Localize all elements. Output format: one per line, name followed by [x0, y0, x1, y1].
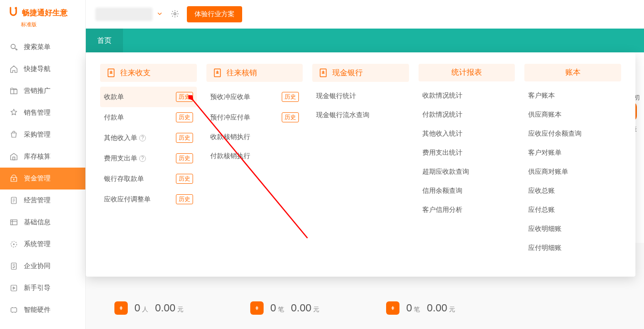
- sales-icon: [10, 109, 18, 117]
- menu-item[interactable]: 预收冲应收单历史: [206, 87, 303, 107]
- menu-item-label: 客户对账单: [528, 149, 562, 157]
- menu-item-label: 应付总账: [528, 206, 555, 214]
- history-badge[interactable]: 历史: [176, 174, 193, 184]
- sidebar-item-label: 采购管理: [24, 130, 51, 139]
- menu-item[interactable]: 费用支出统计: [419, 143, 515, 162]
- stat-amount-unit: 元: [177, 305, 184, 314]
- sidebar-item-quicknav[interactable]: 快捷导航: [0, 58, 85, 80]
- sidebar-item-label: 营销推广: [24, 87, 51, 95]
- menu-item[interactable]: 信用余额查询: [419, 181, 515, 200]
- history-badge[interactable]: 历史: [282, 92, 299, 102]
- cta-button[interactable]: 体验行业方案: [187, 6, 242, 22]
- mega-col: 现金银行现金银行统计现金银行流水查询: [312, 64, 409, 258]
- menu-item-label: 超期应收款查询: [422, 168, 469, 176]
- svg-point-1: [11, 44, 15, 49]
- sidebar-item-sales[interactable]: 销售管理: [0, 102, 85, 124]
- menu-item[interactable]: 客户信用分析: [419, 200, 515, 219]
- menu-item[interactable]: 付款核销执行: [206, 147, 303, 166]
- stat-icon: [114, 301, 128, 315]
- sidebar-item-hardware[interactable]: 智能硬件: [0, 299, 85, 321]
- sidebar-item-funds[interactable]: 资金管理: [0, 168, 85, 189]
- history-badge[interactable]: 历史: [176, 194, 193, 204]
- system-icon: [10, 240, 18, 249]
- menu-item[interactable]: 客户对账单: [524, 143, 621, 162]
- history-badge[interactable]: 历史: [176, 133, 193, 143]
- stat-count: 0: [406, 302, 412, 314]
- gear-icon[interactable]: [171, 10, 179, 20]
- stat-amount: 0.00: [155, 302, 175, 314]
- sidebar-item-system[interactable]: 系统管理: [0, 233, 85, 255]
- company-selector[interactable]: [95, 8, 163, 21]
- stat-amount: 0.00: [291, 302, 311, 314]
- mega-col-title: 往来收支: [120, 68, 151, 78]
- stat-unit: 人: [142, 305, 148, 314]
- menu-item-label: 预收冲应收单: [210, 93, 250, 101]
- menu-item-label: 应收应付调整单: [104, 195, 151, 204]
- menu-item-label: 银行存取款单: [104, 175, 144, 183]
- mega-col-header: 往来核销: [206, 64, 303, 82]
- sidebar-item-label: 智能硬件: [24, 306, 51, 314]
- mega-col-title: 统计报表: [451, 68, 482, 78]
- history-badge[interactable]: 历史: [176, 92, 193, 102]
- menu-item[interactable]: 收款情况统计: [419, 86, 515, 105]
- stat-count: 0: [270, 302, 276, 314]
- menu-item[interactable]: 付款单历史: [100, 107, 197, 128]
- tab-home[interactable]: 首页: [86, 29, 123, 52]
- sidebar-item-search[interactable]: 搜索菜单: [0, 36, 85, 58]
- menu-item[interactable]: 应收明细账: [524, 219, 621, 239]
- sidebar-item-operation[interactable]: 经营管理: [0, 189, 85, 211]
- menu-item[interactable]: 应收总账: [524, 181, 621, 200]
- menu-item-label: 费用支出单?: [104, 154, 146, 163]
- menu-item[interactable]: 超期应收款查询: [419, 162, 515, 181]
- menu-item-label: 收款单: [104, 93, 124, 101]
- help-icon[interactable]: ?: [139, 135, 146, 141]
- menu-item[interactable]: 其他收入单?历史: [100, 128, 197, 148]
- menu-item[interactable]: 费用支出单?历史: [100, 148, 197, 169]
- stats-row: 0 人 0.00 元 0 笔 0.00 元 0 笔 0.00 元: [95, 301, 630, 315]
- menu-item-label: 预付冲应付单: [210, 113, 250, 122]
- menu-item-label: 供应商账本: [528, 110, 562, 119]
- mega-col: 往来收支收款单历史付款单历史其他收入单?历史费用支出单?历史银行存取款单历史应收…: [100, 64, 197, 258]
- sidebar-item-enterprise[interactable]: 企业协同: [0, 255, 85, 277]
- purchase-icon: [10, 130, 18, 139]
- brand-name: 畅捷通好生意: [22, 8, 68, 18]
- menu-item[interactable]: 付款情况统计: [419, 105, 515, 124]
- sidebar-item-marketing[interactable]: 营销推广: [0, 80, 85, 102]
- menu-item-label: 现金银行流水查询: [316, 111, 369, 120]
- menu-item[interactable]: 银行存取款单历史: [100, 169, 197, 189]
- menu-item[interactable]: 现金银行流水查询: [312, 106, 409, 125]
- history-badge[interactable]: 历史: [282, 112, 299, 122]
- menu-item-label: 现金银行统计: [316, 92, 356, 100]
- sidebar-item-inventory[interactable]: 库存核算: [0, 146, 85, 168]
- menu-item[interactable]: 现金银行统计: [312, 87, 409, 106]
- stat-amount-unit: 元: [449, 305, 455, 314]
- menu-item[interactable]: 客户账本: [524, 86, 621, 105]
- menu-item[interactable]: 收款单历史: [100, 87, 197, 107]
- menu-item[interactable]: 应付明细账: [524, 239, 621, 258]
- inventory-icon: [10, 152, 18, 161]
- edition-badge: 标准版: [21, 21, 78, 28]
- menu-item[interactable]: 应付总账: [524, 200, 621, 219]
- svg-rect-5: [10, 220, 17, 225]
- sidebar-item-label: 库存核算: [24, 152, 51, 161]
- menu-item[interactable]: 应收应付调整单历史: [100, 189, 197, 209]
- history-badge[interactable]: 历史: [176, 112, 193, 122]
- menu-item[interactable]: 其他收入统计: [419, 124, 515, 143]
- stat-icon: [250, 301, 264, 315]
- sidebar-item-basic[interactable]: 基础信息: [0, 211, 85, 233]
- sidebar-item-purchase[interactable]: 采购管理: [0, 124, 85, 146]
- sidebar-item-newbie[interactable]: 新手引导: [0, 277, 85, 299]
- history-badge[interactable]: 历史: [176, 153, 193, 163]
- menu-item[interactable]: 应收应付余额查询: [524, 124, 621, 143]
- operation-icon: [10, 196, 18, 205]
- topbar: 体验行业方案: [86, 0, 644, 29]
- menu-item[interactable]: 收款核销执行: [206, 128, 303, 147]
- doc-icon: [106, 68, 116, 78]
- help-icon[interactable]: ?: [139, 155, 146, 162]
- menu-item-label: 应付明细账: [528, 244, 562, 252]
- doc-icon: [318, 68, 328, 78]
- mega-menu: 往来收支收款单历史付款单历史其他收入单?历史费用支出单?历史银行存取款单历史应收…: [86, 52, 635, 277]
- menu-item[interactable]: 供应商对账单: [524, 162, 621, 181]
- menu-item[interactable]: 供应商账本: [524, 105, 621, 124]
- menu-item[interactable]: 预付冲应付单历史: [206, 107, 303, 128]
